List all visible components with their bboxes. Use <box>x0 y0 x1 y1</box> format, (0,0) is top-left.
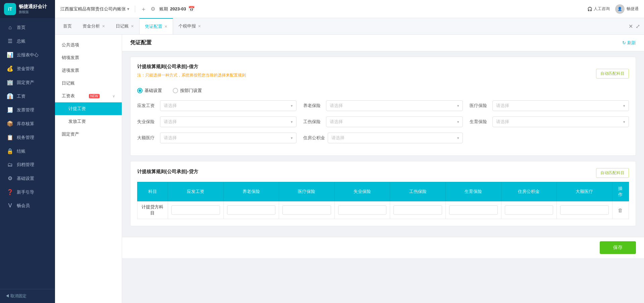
cell-0-5 <box>445 201 501 219</box>
radio-by-dept[interactable]: 按部门设置 <box>173 88 202 94</box>
sidebar-item-salary[interactable]: 👔工资 <box>0 89 55 103</box>
tab-label-tax: 个税申报 <box>178 23 196 29</box>
input-0-0[interactable] <box>171 205 220 215</box>
input-0-6[interactable] <box>505 205 553 215</box>
input-0-7[interactable] <box>560 205 609 215</box>
company-selector[interactable]: 江西服宝精品有限责任公司内账张 ▾ <box>60 6 129 12</box>
left-menu-purchase_invoice[interactable]: 进项发票 <box>55 64 122 77</box>
credit-auto-match-button[interactable]: 自动匹配科目 <box>596 168 629 178</box>
input-0-1[interactable] <box>227 205 276 215</box>
cell-0-0 <box>168 201 223 219</box>
form-select-yiliao[interactable]: 请选择 ▾ <box>492 100 629 111</box>
form-select-yanglao[interactable]: 请选择 ▾ <box>326 100 463 111</box>
nav-label-tax_mgmt: 税务管理 <box>17 135 34 141</box>
form-select-gongshang[interactable]: 请选择 ▾ <box>326 116 463 127</box>
left-menu-label-sales_invoice: 销项发票 <box>62 55 79 61</box>
form-label-yingfa: 应发工资 <box>137 103 157 109</box>
form-item-daeyiliao: 大额医疗 请选择 ▾ <box>137 133 297 143</box>
save-button[interactable]: 保存 <box>600 241 636 254</box>
left-menu-payroll_table[interactable]: 工资表NEW∨ <box>55 90 122 102</box>
add-book-button[interactable]: ＋ <box>141 5 147 13</box>
sidebar-item-vip[interactable]: V畅会员 <box>0 199 55 212</box>
period-selector[interactable]: 账期 2023-03 📅 <box>159 6 195 12</box>
tab-close-fund[interactable]: ✕ <box>102 24 105 29</box>
expand-button[interactable]: ⤢ <box>636 23 640 30</box>
tab-fund[interactable]: 资金分析 ✕ <box>77 18 110 34</box>
form-select-daeyiliao[interactable]: 请选择 ▾ <box>160 133 297 143</box>
form-select-value-yingfa: 请选择 <box>164 103 177 109</box>
company-name: 江西服宝精品有限责任公司内账张 <box>60 6 126 12</box>
sidebar-item-basic[interactable]: ⚙基础设置 <box>0 171 55 185</box>
tab-close-tax[interactable]: ✕ <box>198 24 201 29</box>
sidebar-item-close[interactable]: 🔒结账 <box>0 144 55 158</box>
sidebar-item-tax_mgmt[interactable]: 📋税务管理 <box>0 131 55 144</box>
left-menu-journal_entry[interactable]: 日记账 <box>55 77 122 90</box>
left-menu-sales_invoice[interactable]: 销项发票 <box>55 51 122 64</box>
tab-tax[interactable]: 个税申报 ✕ <box>173 18 206 34</box>
refresh-button[interactable]: ↻ 刷新 <box>622 40 636 46</box>
cell-0-1 <box>223 201 279 219</box>
left-menu: 公共选项销项发票进项发票日记账工资表NEW∨计提工资发放工资固定资产 <box>55 39 122 141</box>
sidebar-item-reports[interactable]: 📊云报表中心 <box>0 48 55 62</box>
logo-icon: iT <box>4 3 16 15</box>
form-select-value-daeyiliao: 请选择 <box>164 135 177 141</box>
sidebar-item-inventory[interactable]: 📦库存核算 <box>0 117 55 131</box>
sidebar-item-home[interactable]: ⌂首页 <box>0 21 55 34</box>
input-0-3[interactable] <box>338 205 387 215</box>
page-title: 凭证配置 <box>130 39 152 46</box>
radio-basic-label: 基础设置 <box>145 88 162 94</box>
debit-auto-match-button[interactable]: 自动匹配科目 <box>596 69 629 79</box>
th-8: 大额医疗 <box>557 182 612 201</box>
tabs-bar: 首页资金分析 ✕日记账 ✕凭证配置 ✕个税申报 ✕ ✕ ⤢ <box>55 18 644 35</box>
headset-icon: 🎧 <box>587 7 592 11</box>
left-menu-payroll_accrual[interactable]: 计提工资 <box>55 102 122 115</box>
calendar-icon: 📅 <box>188 6 195 12</box>
form-select-yingfa[interactable]: 请选择 ▾ <box>160 100 297 111</box>
form-select-zhufang[interactable]: 请选择 ▾ <box>328 133 463 143</box>
delete-cell-0: 🗑 <box>612 201 629 219</box>
left-menu-fixed_assets_menu[interactable]: 固定资产 <box>55 128 122 141</box>
settings-icon[interactable]: ⚙ <box>151 6 155 12</box>
th-7: 住房公积金 <box>501 182 557 201</box>
tab-close-voucher[interactable]: ✕ <box>164 24 167 29</box>
left-menu-public[interactable]: 公共选项 <box>55 39 122 51</box>
close-tab-button[interactable]: ✕ <box>629 23 633 30</box>
select-arrow-shiye: ▾ <box>291 120 293 124</box>
tab-home[interactable]: 首页 <box>58 18 77 34</box>
service-button[interactable]: 🎧 人工咨询 <box>587 6 610 12</box>
input-0-2[interactable] <box>282 205 331 215</box>
sidebar-nav: ⌂首页☰总账📊云报表中心💰资金管理🏢固定资产👔工资🧾发票管理📦库存核算📋税务管理… <box>0 18 55 289</box>
sidebar-item-invoice[interactable]: 🧾发票管理 <box>0 103 55 117</box>
left-menu-label-purchase_invoice: 进项发票 <box>62 67 79 73</box>
sidebar-item-fund_mgmt[interactable]: 💰资金管理 <box>0 62 55 75</box>
nav-label-invoice: 发票管理 <box>17 107 34 113</box>
tab-voucher[interactable]: 凭证配置 ✕ <box>139 18 173 34</box>
nav-icon-inventory: 📦 <box>7 120 13 127</box>
debit-section-note: 注：只能选择一种方式，系统将按照您当前的选择来配置规则 <box>137 72 246 78</box>
input-0-5[interactable] <box>449 205 498 215</box>
sidebar-item-guide[interactable]: ❓新手引导 <box>0 185 55 199</box>
form-label-shengyu: 生育保险 <box>470 119 490 125</box>
content-area: 公共选项销项发票进项发票日记账工资表NEW∨计提工资发放工资固定资产 凭证配置 … <box>55 35 644 303</box>
form-select-value-yiliao: 请选择 <box>496 103 509 109</box>
logo-text: 畅捷通好会计 <box>19 4 47 10</box>
left-menu-payroll_payment[interactable]: 发放工资 <box>55 115 122 128</box>
cancel-fixed-button[interactable]: ◀ 取消固定 <box>0 289 55 303</box>
sidebar-item-archive[interactable]: 🗂归档管理 <box>0 158 55 171</box>
credit-section: 计提核算规则(公司承担)-贷方 自动匹配科目 科目应发工资养老保险医疗保险失业保… <box>130 161 636 226</box>
sidebar-item-fixed_assets[interactable]: 🏢固定资产 <box>0 75 55 89</box>
form-select-shiye[interactable]: 请选择 ▾ <box>160 116 297 127</box>
sidebar-item-ledger[interactable]: ☰总账 <box>0 34 55 48</box>
tab-close-journal[interactable]: ✕ <box>131 24 134 29</box>
input-0-4[interactable] <box>393 205 442 215</box>
debit-form-grid: 应发工资 请选择 ▾ 养老保险 请选择 ▾ 医疗保险 请选择 ▾ 失业保险 请选… <box>137 100 629 143</box>
form-item-yanglao: 养老保险 请选择 ▾ <box>303 100 463 111</box>
nav-icon-ledger: ☰ <box>7 38 13 44</box>
delete-row-button-0[interactable]: 🗑 <box>618 207 623 213</box>
form-label-gongshang: 工伤保险 <box>303 119 323 125</box>
user-menu[interactable]: 👤 畅捷通 <box>615 4 639 14</box>
credit-section-header: 计提核算规则(公司承担)-贷方 自动匹配科目 <box>137 168 629 178</box>
form-select-shengyu[interactable]: 请选择 ▾ <box>492 116 629 127</box>
tab-journal[interactable]: 日记账 ✕ <box>110 18 139 34</box>
radio-basic[interactable]: 基础设置 <box>137 88 162 94</box>
